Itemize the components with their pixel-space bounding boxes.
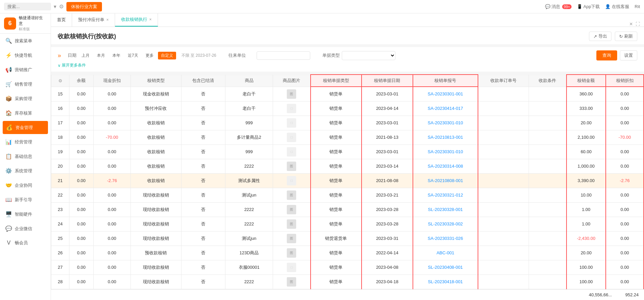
export-button[interactable]: ↗ 导出	[589, 32, 611, 41]
sidebar-item-inventory[interactable]: 🏠 库存核算	[0, 106, 51, 120]
sidebar-item-finance[interactable]: 💰 资金管理	[3, 121, 48, 134]
tab-prepay[interactable]: 预付冲应付单 ×	[72, 13, 115, 27]
table-cell-cancel-type: 现结收款核销	[130, 202, 181, 217]
table-cell-cancel-bill-date: 2023-03-31	[362, 231, 413, 246]
table-cell-cancel-bill-date: 2023-03-28	[362, 217, 413, 231]
table-cell-product-img: □	[273, 173, 311, 188]
close-tab-prepay[interactable]: ×	[106, 17, 109, 22]
date-btn-this-month[interactable]: 本月	[94, 52, 108, 59]
table-cell-seq: 19	[51, 144, 69, 159]
bill-no-link[interactable]: SL-20230328-001	[428, 207, 463, 212]
tab-cancel-exec[interactable]: 收款核销执行 ×	[115, 13, 158, 27]
sidebar-item-basics[interactable]: 📋 基础信息	[0, 149, 51, 164]
sidebar-item-member[interactable]: V 畅会员	[0, 236, 51, 250]
table-cell-cancel-bill-date: 2022-04-14	[362, 246, 413, 260]
bill-no-link[interactable]: SL-20230418-001	[428, 279, 463, 284]
table-cell-cancel-bill-type: 销货单	[311, 130, 362, 144]
query-button[interactable]: 查询	[596, 50, 617, 60]
bill-no-link[interactable]: SA-20230414-017	[428, 106, 463, 111]
messages-link[interactable]: 💬 消息 99+	[545, 4, 572, 10]
date-btn-custom[interactable]: 自定义	[158, 52, 176, 59]
bill-no-link[interactable]: SA-20230331-026	[428, 236, 463, 241]
sidebar-item-purchase[interactable]: 📦 采购管理	[0, 91, 51, 106]
table-cell-seq: 20	[51, 159, 69, 173]
sidebar-item-operations[interactable]: 📊 经营管理	[0, 135, 51, 149]
table-cell-cancel-bill-no[interactable]: SA-20230331-026	[413, 231, 478, 246]
table-cell-product: 测试jun	[225, 188, 273, 202]
maximize-icon[interactable]: ⛶	[636, 22, 640, 27]
table-cell-cancel-bill-no[interactable]: SA-20230314-008	[413, 159, 478, 173]
bill-type-select[interactable]	[342, 51, 395, 60]
date-range-display: 不限 至 2023-07-26	[181, 53, 216, 58]
refresh-button[interactable]: ↻ 刷新	[615, 32, 637, 41]
table-cell-cancel-bill-no[interactable]: SL-20230328-002	[413, 217, 478, 231]
tab-actions: ✕ ⛶	[629, 22, 644, 27]
bill-no-link[interactable]: SA-20210808-001	[428, 178, 463, 183]
table-cell-cancel-bill-no[interactable]: SL-20230408-001	[413, 260, 478, 274]
table-cell-include-settled: 否	[181, 87, 225, 101]
table-cell-cancel-bill-no[interactable]: SA-20210813-001	[413, 130, 478, 144]
table-cell-cancel-bill-no[interactable]: SA-20230301-010	[413, 144, 478, 159]
table-cell-receipt-condition	[529, 260, 567, 274]
table-cell-cancel-bill-no[interactable]: SL-20230418-001	[413, 274, 478, 289]
table-cell-seq: 23	[51, 202, 69, 217]
bill-no-link[interactable]: SA-20230301-001	[428, 91, 463, 96]
sidebar-item-system[interactable]: ⚙️ 系统管理	[0, 164, 51, 178]
table-cell-cancel-discount: -70.00	[606, 130, 644, 144]
bill-no-link[interactable]: SA-20230321-012	[428, 192, 463, 198]
search-input[interactable]	[4, 3, 51, 10]
bill-no-link[interactable]: SA-20230301-010	[428, 120, 463, 125]
close-all-icon[interactable]: ✕	[629, 22, 633, 27]
table-cell-cancel-bill-no[interactable]: SA-20230321-012	[413, 188, 478, 202]
table-cell-cancel-amount: 360.00	[567, 87, 606, 101]
date-btn-this-year[interactable]: 本年	[109, 52, 123, 59]
table-cell-cancel-discount: 0.00	[606, 231, 644, 246]
bill-no-link[interactable]: SL-20230408-001	[428, 265, 463, 270]
cart-icon: 🛒	[5, 81, 12, 87]
sidebar-item-guide[interactable]: 📖 新手引导	[0, 192, 51, 207]
sidebar-item-enterprise[interactable]: 🤝 企业协同	[0, 178, 51, 192]
bill-no-link[interactable]: ABC-001	[436, 250, 454, 255]
expand-conditions-btn[interactable]: ∨ 展开更多条件	[58, 62, 637, 68]
table-cell-seq: 16	[51, 101, 69, 116]
from-unit-input[interactable]	[257, 51, 310, 60]
bill-no-link[interactable]: SA-20230301-010	[428, 149, 463, 154]
table-cell-cancel-bill-date: 2023-03-21	[362, 188, 413, 202]
table-cell-cash-discount: 0.00	[93, 274, 130, 289]
chevron-down-icon[interactable]: ▾	[54, 3, 56, 10]
table-cell-cancel-bill-no[interactable]: SA-20230301-010	[413, 116, 478, 130]
table-cell-seq: 28	[51, 274, 69, 289]
bill-no-link[interactable]: SA-20210813-001	[428, 135, 463, 140]
filter-expand-arrow[interactable]: »	[58, 52, 61, 59]
table-cell-receipt-condition	[529, 116, 567, 130]
gear-icon[interactable]: ⚙	[59, 3, 64, 10]
sidebar-item-hardware[interactable]: 🖥️ 智能硬件	[0, 207, 51, 221]
table-cell-cancel-bill-no[interactable]: SA-20210808-001	[413, 173, 478, 188]
col-header-cash-discount: 现金折扣	[93, 75, 130, 87]
sidebar-item-marketing[interactable]: 📢 营销推广	[0, 62, 51, 77]
user-name[interactable]: Rit	[635, 4, 640, 9]
sidebar-item-wechat[interactable]: 💬 企业微信	[0, 221, 51, 236]
sidebar-item-search[interactable]: 🔍 搜索菜单	[0, 34, 51, 48]
bill-no-link[interactable]: SL-20230328-002	[428, 221, 463, 226]
date-btn-last-month[interactable]: 上月	[78, 52, 93, 59]
table-cell-include-settled: 否	[181, 274, 225, 289]
date-btn-7days[interactable]: 近7天	[125, 52, 141, 59]
table-cell-cancel-bill-no[interactable]: SA-20230414-017	[413, 101, 478, 116]
sidebar-item-sales[interactable]: 🛒 销售管理	[0, 77, 51, 91]
table-cell-receipt-order-no	[478, 130, 529, 144]
date-btn-more[interactable]: 更多	[143, 52, 157, 59]
col-header-gear[interactable]: ⚙	[51, 75, 69, 87]
table-cell-cancel-bill-no[interactable]: SA-20230301-001	[413, 87, 478, 101]
app-download-link[interactable]: 📱 App下载	[577, 4, 600, 10]
tab-home[interactable]: 首页	[51, 13, 72, 27]
bill-no-link[interactable]: SA-20230314-008	[428, 164, 463, 169]
online-service-link[interactable]: 👤 在线客服	[605, 4, 629, 10]
table-cell-cancel-bill-no[interactable]: SL-20230328-001	[413, 202, 478, 217]
sidebar-item-shortcuts[interactable]: ⚡ 快捷导航	[0, 48, 51, 62]
gear-setting-icon[interactable]: ⚙	[58, 78, 62, 83]
table-cell-cancel-bill-no[interactable]: ABC-001	[413, 246, 478, 260]
close-tab-cancel-exec[interactable]: ×	[149, 17, 152, 22]
setting-button[interactable]: 设置	[620, 50, 637, 60]
industry-btn[interactable]: 休验行业方案	[66, 2, 102, 11]
